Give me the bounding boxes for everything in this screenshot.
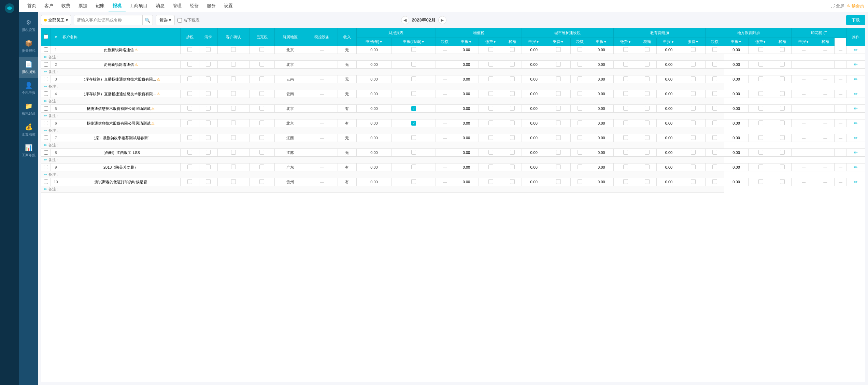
local-education-amount: 0.00 bbox=[724, 163, 749, 171]
tax-device: — bbox=[306, 163, 338, 171]
vat-amount: 0.00 bbox=[454, 90, 479, 98]
nav-invoice[interactable]: 票据 bbox=[74, 0, 91, 12]
vat-amount: 0.00 bbox=[454, 163, 479, 171]
tax-browse-icon: 📄 bbox=[25, 60, 32, 69]
nav-bookkeeping[interactable]: 记账 bbox=[91, 0, 109, 12]
remark-cell: ✏备注： bbox=[41, 113, 724, 119]
edit-button[interactable]: ✏ bbox=[854, 91, 858, 97]
remark-edit-icon[interactable]: ✏ bbox=[44, 143, 47, 147]
action-cell: ✏ bbox=[846, 149, 865, 157]
nav-customer[interactable]: 客户 bbox=[40, 0, 57, 12]
edit-button[interactable]: ✏ bbox=[854, 76, 858, 82]
nav-tax[interactable]: 报税 bbox=[109, 0, 126, 12]
action-cell: ✏ bbox=[846, 119, 865, 127]
urban-tax-amount: 0.00 bbox=[589, 61, 614, 69]
nav-manage[interactable]: 管理 bbox=[169, 0, 186, 12]
nav-home[interactable]: 首页 bbox=[23, 0, 40, 12]
remark-edit-icon[interactable]: ✏ bbox=[44, 114, 47, 118]
unchecked-cell bbox=[780, 120, 785, 125]
remark-edit-icon[interactable]: ✏ bbox=[44, 128, 47, 132]
select-all-checkbox[interactable] bbox=[44, 34, 48, 39]
remark-edit-icon[interactable]: ✏ bbox=[44, 187, 47, 191]
edit-button[interactable]: ✏ bbox=[854, 47, 858, 53]
prev-date-button[interactable]: ◀ bbox=[401, 16, 409, 24]
edit-button[interactable]: ✏ bbox=[854, 135, 858, 141]
row-checkbox[interactable] bbox=[44, 62, 48, 67]
named-table-checkbox[interactable] bbox=[177, 18, 182, 23]
sub-nav-annual-settle-label: 汇算清缴 bbox=[22, 132, 35, 137]
sub-nav-annual-settle[interactable]: 💰 汇算清缴 bbox=[19, 119, 38, 140]
remark-edit-icon[interactable]: ✏ bbox=[44, 70, 47, 74]
row-checkbox[interactable] bbox=[44, 121, 48, 125]
edit-button[interactable]: ✏ bbox=[854, 120, 858, 126]
unchecked-cell bbox=[623, 62, 628, 67]
row-checkbox[interactable] bbox=[44, 47, 48, 52]
nav-settings[interactable]: 设置 bbox=[220, 0, 237, 12]
edit-button[interactable]: ✏ bbox=[854, 62, 858, 67]
download-button[interactable]: 下载 bbox=[846, 15, 865, 25]
tax-amount: 0.00 bbox=[356, 163, 392, 171]
unchecked-cell bbox=[578, 165, 582, 169]
top-nav: 首页 客户 收费 票据 记账 报税 工商项目 消息 管理 经营 服务 设置 ⛶ … bbox=[19, 0, 868, 12]
customer-name: （原）误删勿改李艳芬测试斯春新1 bbox=[61, 134, 181, 142]
remark-edit-icon[interactable]: ✏ bbox=[44, 55, 47, 59]
row-checkbox[interactable] bbox=[44, 136, 48, 140]
tax-device: — bbox=[306, 105, 338, 113]
urban-tax-amount: 0.00 bbox=[589, 75, 614, 83]
search-input[interactable] bbox=[74, 15, 142, 25]
nav-billing[interactable]: 收费 bbox=[57, 0, 74, 12]
nav-operation[interactable]: 经营 bbox=[186, 0, 203, 12]
sub-nav-annual-report[interactable]: 📊 工商年报 bbox=[19, 140, 38, 161]
row-checkbox[interactable] bbox=[44, 91, 48, 96]
row-checkbox[interactable] bbox=[44, 150, 48, 155]
sub-nav-tax-browse[interactable]: 📄 报税浏览 bbox=[19, 57, 38, 77]
remark-cell: ✏备注： bbox=[41, 54, 724, 61]
th-stamp-tax: 印花税 (F bbox=[792, 28, 846, 38]
nav-service[interactable]: 服务 bbox=[203, 0, 220, 12]
row-checkbox[interactable] bbox=[44, 106, 48, 111]
edit-button[interactable]: ✏ bbox=[854, 106, 858, 111]
vat-amount: 0.00 bbox=[454, 149, 479, 157]
remark-edit-icon[interactable]: ✏ bbox=[44, 84, 47, 88]
education-amount: 0.00 bbox=[657, 46, 681, 54]
next-date-button[interactable]: ▶ bbox=[438, 16, 446, 24]
sub-nav-tax-settings[interactable]: ⚙ 报税设置 bbox=[19, 15, 38, 36]
remark-edit-icon[interactable]: ✏ bbox=[44, 172, 47, 176]
vip-btn[interactable]: ♔ 畅会员 bbox=[847, 3, 864, 9]
remark-edit-icon[interactable]: ✏ bbox=[44, 158, 47, 162]
empty-cell: — bbox=[816, 105, 835, 113]
income: 有 bbox=[338, 163, 356, 171]
th-financial-report: 财报报表 bbox=[356, 28, 436, 38]
unchecked-cell bbox=[780, 135, 785, 140]
edit-button[interactable]: ✏ bbox=[854, 179, 858, 185]
region: 江苏 bbox=[274, 149, 306, 157]
employee-select[interactable]: 全部员工 ▾ bbox=[41, 15, 71, 25]
search-button[interactable]: 🔍 bbox=[142, 15, 153, 25]
remark-edit-icon[interactable]: ✏ bbox=[44, 99, 47, 103]
row-checkbox[interactable] bbox=[44, 77, 48, 81]
sub-nav-batch-tax[interactable]: 📦 批量报税 bbox=[19, 36, 38, 57]
row-checkbox[interactable] bbox=[44, 180, 48, 184]
filter-button[interactable]: 筛选 ▾ bbox=[156, 15, 175, 25]
urban-tax-amount: 0.00 bbox=[589, 119, 614, 127]
unchecked-cell bbox=[411, 47, 416, 52]
tax-table-container[interactable]: # 客户名称 抄税 清卡 客户确认 已完税 所属地区 税控设备 收入 财报报表 … bbox=[41, 28, 865, 382]
fullscreen-btn[interactable]: ⛶ 全屏 bbox=[830, 3, 844, 9]
edit-button[interactable]: ✏ bbox=[854, 150, 858, 155]
unchecked-cell bbox=[623, 120, 628, 125]
nav-business[interactable]: 工商项目 bbox=[126, 0, 152, 12]
unchecked-cell bbox=[231, 106, 236, 111]
nav-message[interactable]: 消息 bbox=[152, 0, 169, 12]
edit-button[interactable]: ✏ bbox=[854, 165, 858, 170]
sub-nav-tax-records[interactable]: 📁 报税记录 bbox=[19, 99, 38, 119]
customer-name: 2013（陶美芳勿删） bbox=[61, 163, 181, 171]
unchecked-cell bbox=[578, 120, 582, 125]
unchecked-cell bbox=[556, 120, 561, 125]
unchecked-cell bbox=[645, 62, 650, 67]
th-action: 操作 bbox=[846, 28, 865, 46]
unchecked-cell bbox=[556, 106, 561, 111]
unchecked-cell bbox=[758, 179, 763, 184]
sub-nav-personal-tax[interactable]: 👤 个税申报 bbox=[19, 78, 38, 99]
unchecked-cell bbox=[758, 120, 763, 125]
row-checkbox[interactable] bbox=[44, 165, 48, 169]
